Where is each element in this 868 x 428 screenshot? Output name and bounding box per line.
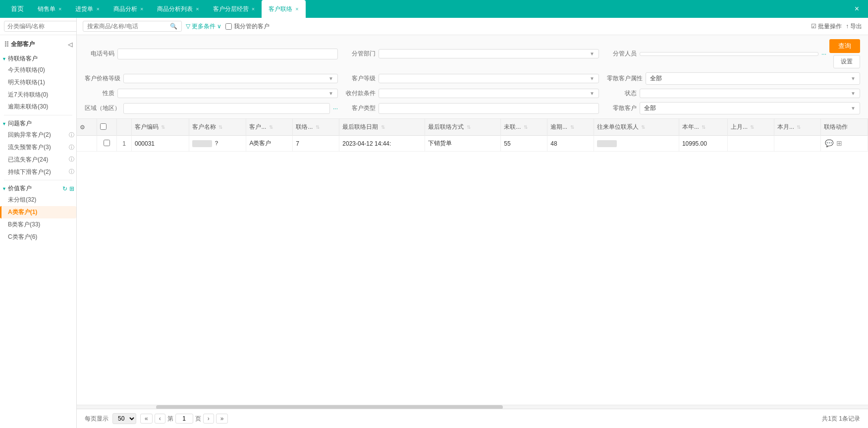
sidebar-item-today[interactable]: 今天待联络(0): [0, 64, 76, 76]
page-number-input[interactable]: [175, 414, 193, 424]
last-method-link[interactable]: 下销货单: [428, 140, 452, 147]
manager-more-icon[interactable]: ···: [821, 51, 826, 57]
horizontal-scrollbar[interactable]: [77, 405, 868, 409]
sidebar-group-value-label[interactable]: ▼ 价值客户 ↻ ⊞: [0, 182, 76, 194]
nav-tab-analysis[interactable]: 商品分析 ×: [107, 0, 150, 18]
gear-icon[interactable]: ⚙: [80, 124, 85, 131]
filter-row-price-level: 客户价格等级 ▼: [85, 72, 338, 85]
row-customer-type: A类客户: [246, 136, 293, 152]
sidebar-collapse-btn[interactable]: ◁: [68, 41, 72, 48]
row-checkbox[interactable]: [104, 140, 110, 146]
window-close-button[interactable]: ×: [850, 4, 864, 13]
th-name[interactable]: 客户名称 ⇅: [189, 119, 246, 136]
search-input[interactable]: [87, 23, 168, 30]
sort-icon-this-month: ⇅: [797, 124, 801, 130]
triangle-icon: ▼: [2, 56, 6, 61]
sidebar-group-pending-label[interactable]: ▼ 待联络客户: [0, 53, 76, 64]
nav-tab-customer-tier[interactable]: 客户分层经营 ×: [206, 0, 262, 18]
prev-page-btn[interactable]: ‹: [155, 414, 165, 424]
manager-label: 分管人员: [607, 50, 637, 58]
th-uncontacted[interactable]: 未联... ⇅: [501, 119, 547, 136]
top-nav: 首页 销售单 × 进货单 × 商品分析 × 商品分析列表 × 客户分层经营 × …: [0, 0, 868, 18]
sidebar-group-problem-label[interactable]: ▼ 问题客户: [0, 117, 76, 129]
qr-action-icon[interactable]: ⊞: [836, 139, 842, 147]
name-masked: [192, 140, 212, 147]
row-num: 1: [116, 136, 131, 152]
sidebar-item-class-a[interactable]: A类客户(1): [0, 206, 76, 218]
nav-home[interactable]: 首页: [4, 0, 31, 18]
more-conditions-btn[interactable]: ▽ 更多条件 ∨: [186, 22, 221, 31]
select-all-checkbox[interactable]: [100, 123, 107, 130]
manager-select[interactable]: [640, 52, 818, 56]
sidebar-item-abnormal[interactable]: 回购异常客户(2) ⓘ: [0, 129, 76, 141]
filter-row-retail-customer: 零散客户 全部 ▼: [607, 102, 860, 114]
export-btn[interactable]: ↑ 导出: [846, 22, 862, 31]
sidebar-item-declining[interactable]: 持续下滑客户(2) ⓘ: [0, 166, 76, 178]
next-page-btn[interactable]: ›: [203, 414, 214, 424]
sidebar-search-input[interactable]: [4, 21, 77, 32]
page-nav: « ‹ 第 页 › »: [140, 414, 228, 424]
triangle-icon-2: ▼: [2, 121, 6, 126]
search-icon[interactable]: 🔍: [170, 23, 177, 30]
status-select[interactable]: ▼: [640, 89, 860, 98]
sidebar-item-class-b[interactable]: B类客户(33): [0, 218, 76, 231]
info-icon-1: ⓘ: [69, 131, 74, 139]
payment-select[interactable]: ▼: [379, 89, 599, 98]
my-customers-check[interactable]: [225, 23, 232, 30]
sidebar-item-lost[interactable]: 已流失客户(24) ⓘ: [0, 154, 76, 166]
th-last-month[interactable]: 上月... ⇅: [728, 119, 774, 136]
th-last-date[interactable]: 最后联络日期 ⇅: [339, 119, 425, 136]
close-analysis-tab[interactable]: ×: [140, 6, 143, 12]
close-analysis-list-tab[interactable]: ×: [196, 6, 199, 12]
th-contact-person[interactable]: 往来单位联系人 ⇅: [594, 119, 679, 136]
close-customer-contact-tab[interactable]: ×: [295, 6, 298, 12]
customer-level-label: 客户等级: [346, 74, 376, 83]
settings-button[interactable]: 设置: [833, 55, 860, 68]
refresh-icon[interactable]: ↻: [62, 185, 67, 192]
region-more-icon[interactable]: ···: [333, 105, 338, 112]
sidebar-item-overdue[interactable]: 逾期未联络(30): [0, 101, 76, 113]
chat-action-icon[interactable]: 💬: [825, 139, 833, 147]
main-layout: 🔍 ⠿ 全部客户 ◁ ▼ 待联络客户 今天待联络(0) 明天待联络(1) 近7天…: [0, 18, 868, 428]
th-customer-type[interactable]: 客户... ⇅: [246, 119, 293, 136]
close-sales-tab[interactable]: ×: [58, 6, 61, 12]
phone-input[interactable]: [117, 49, 338, 59]
th-code[interactable]: 客户编码 ⇅: [131, 119, 189, 136]
customer-type-input[interactable]: [379, 103, 599, 114]
close-customer-tier-tab[interactable]: ×: [252, 6, 255, 12]
th-gear[interactable]: ⚙: [77, 119, 97, 136]
nature-select[interactable]: ▼: [117, 89, 338, 98]
sidebar-group-value: ▼ 价值客户 ↻ ⊞ 未分组(32) A类客户(1) B类客户(33) C类客户…: [0, 182, 76, 243]
th-overdue[interactable]: 逾期... ⇅: [547, 119, 594, 136]
retail-attr-select[interactable]: 全部 ▼: [646, 72, 860, 85]
nav-tab-purchase[interactable]: 进货单 ×: [68, 0, 106, 18]
last-page-btn[interactable]: »: [216, 414, 228, 424]
nav-tab-analysis-list[interactable]: 商品分析列表 ×: [150, 0, 206, 18]
th-this-month[interactable]: 本月... ⇅: [774, 119, 820, 136]
sidebar-item-loss-warning[interactable]: 流失预警客户(3) ⓘ: [0, 141, 76, 154]
sidebar-item-ungrouped[interactable]: 未分组(32): [0, 194, 76, 206]
th-annual[interactable]: 本年... ⇅: [679, 119, 727, 136]
th-last-method[interactable]: 最后联络方式 ⇅: [425, 119, 501, 136]
sidebar-title: ⠿ 全部客户 ◁: [4, 38, 72, 51]
price-level-select[interactable]: ▼: [123, 74, 338, 83]
region-input[interactable]: [123, 103, 330, 114]
row-contact-person: [594, 136, 679, 152]
customer-type-label: 客户类型: [346, 104, 376, 112]
query-button[interactable]: 查询: [829, 39, 860, 53]
sidebar-item-class-c[interactable]: C类客户(6): [0, 231, 76, 243]
page-size-select[interactable]: 50: [112, 413, 136, 424]
batch-ops-btn[interactable]: ☑ 批量操作: [811, 22, 842, 31]
my-customers-checkbox[interactable]: 我分管的客户: [225, 22, 270, 31]
retail-customer-select[interactable]: 全部 ▼: [640, 102, 860, 114]
nav-tab-customer-contact[interactable]: 客户联络 ×: [262, 0, 305, 18]
th-contact-count[interactable]: 联络... ⇅: [293, 119, 339, 136]
sidebar-item-7days[interactable]: 近7天待联络(0): [0, 89, 76, 101]
add-group-icon[interactable]: ⊞: [69, 185, 74, 192]
first-page-btn[interactable]: «: [140, 414, 153, 424]
close-purchase-tab[interactable]: ×: [96, 6, 99, 12]
customer-level-select[interactable]: ▼: [379, 74, 599, 83]
nav-tab-sales[interactable]: 销售单 ×: [31, 0, 68, 18]
dept-select[interactable]: ▼: [379, 49, 599, 58]
sidebar-item-tomorrow[interactable]: 明天待联络(1): [0, 76, 76, 89]
